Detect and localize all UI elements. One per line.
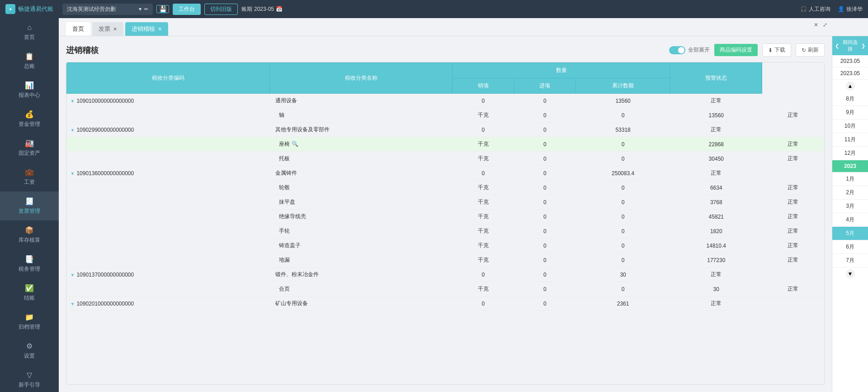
cell-total: 22868 — [670, 137, 762, 152]
cell-unit: 千克 — [453, 224, 514, 239]
table-row[interactable]: 铸造盖子 千克 0 0 14810.4 正常 — [67, 239, 824, 253]
cell-code-empty — [67, 137, 270, 152]
sidebar-item-reports[interactable]: 📊 报表中心 — [0, 76, 59, 105]
tab-bar: 首页 发票 ✕ 进销稽核 ✕ — [59, 18, 868, 36]
sidebar-item-settings[interactable]: ⚙ 设置 — [0, 336, 59, 365]
chevron-right-icon[interactable]: ❯ — [861, 43, 865, 49]
cell-jin: 0 — [576, 282, 670, 296]
tab-invoices-close[interactable]: ✕ — [113, 26, 117, 32]
cell-unit: 千克 — [453, 253, 514, 268]
expand-icon[interactable]: ▼ — [71, 171, 75, 176]
refresh-button[interactable]: ↻ 刷新 — [796, 43, 825, 57]
calendar-icon[interactable]: 📅 — [276, 6, 283, 12]
cell-xiao: 0 — [514, 108, 576, 123]
table-row[interactable]: ▼1090299000000000000 其他专用设备及零部件 0 0 5331… — [67, 123, 824, 137]
refresh-icon: ↻ — [802, 47, 806, 53]
download-button[interactable]: ⬇ 下载 — [762, 43, 791, 57]
save-draft-button[interactable]: 💾 — [156, 5, 169, 13]
expand-icon[interactable]: ▼ — [71, 301, 75, 306]
product-code-settings-button[interactable]: 商品编码设置 — [714, 44, 758, 56]
date-item-9[interactable]: 9月 — [832, 106, 868, 120]
col-header-quantity: 数量 — [453, 63, 670, 78]
sidebar-item-guide[interactable]: ▽ 新手引导 — [0, 365, 59, 392]
expand-toggle[interactable]: 全部展开 — [669, 46, 710, 54]
date-up-button[interactable]: ▲ — [846, 81, 855, 91]
table-row[interactable]: 手轮 千克 0 0 1820 正常 — [67, 224, 824, 239]
search-icon[interactable]: 🔍 — [292, 141, 298, 147]
table-row[interactable]: ▼1090100000000000000 通用设备 0 0 13560 正常 — [67, 94, 824, 108]
company-selector[interactable]: 沈海英测试经营勿删 ▾ ✏ — [62, 4, 153, 15]
sidebar-label-reports: 报表中心 — [19, 91, 40, 99]
date-item-2[interactable]: 2月 — [832, 186, 868, 200]
cell-xiao: 0 — [453, 94, 514, 108]
date-item-1[interactable]: 1月 — [832, 172, 868, 186]
cell-name: 其他专用设备及零部件 — [270, 123, 453, 137]
date-item-8[interactable]: 8月 — [832, 92, 868, 106]
expand-icon[interactable]: ▼ — [71, 128, 75, 133]
table-row[interactable]: ▼1090136000000000000 金属铸件 0 0 250083.4 正… — [67, 166, 824, 181]
date-item-6[interactable]: 6月 — [832, 240, 868, 254]
app-logo: ✦ 畅捷通易代账 — [5, 4, 53, 14]
app-name: 畅捷通易代账 — [18, 5, 53, 13]
date-item-10[interactable]: 10月 — [832, 120, 868, 133]
table-row[interactable]: 绝缘导线壳 千克 0 0 45821 正常 — [67, 210, 824, 224]
expand-icon[interactable]: ▼ — [71, 272, 75, 277]
cell-xiao: 0 — [514, 210, 576, 224]
sidebar-item-home[interactable]: ⌂ 首页 — [0, 18, 59, 47]
cell-status: 正常 — [762, 224, 824, 239]
refresh-label: 刷新 — [808, 46, 819, 54]
user-info[interactable]: 👤 徐泽华 — [838, 5, 863, 13]
chevron-left-icon[interactable]: ❮ — [835, 43, 839, 49]
sidebar-item-settle[interactable]: ✅ 结账 — [0, 278, 59, 307]
date-item-4[interactable]: 4月 — [832, 213, 868, 227]
sidebar-item-ledger[interactable]: 📋 总账 — [0, 47, 59, 76]
date-item-11[interactable]: 11月 — [832, 133, 868, 147]
cell-code-empty — [67, 195, 270, 210]
sidebar-item-invoices[interactable]: 🧾 发票管理 — [0, 191, 59, 220]
table-row[interactable]: 轮毂 千克 0 0 6634 正常 — [67, 181, 824, 195]
date-down-button[interactable]: ▼ — [846, 269, 855, 278]
cell-total: 3768 — [670, 195, 762, 210]
date-item-2023-05-2[interactable]: 2023.05 — [832, 67, 868, 80]
table-row[interactable]: 托板 千克 0 0 30450 正常 — [67, 152, 824, 166]
sidebar-item-inventory[interactable]: 📦 库存核算 — [0, 220, 59, 249]
col-header-code: 税收分类编码 — [67, 63, 270, 94]
table-row[interactable]: ▼1090201000000000000 矿山专用设备 0 0 2361 正常 — [67, 296, 824, 311]
workbench-button[interactable]: 工作台 — [173, 4, 201, 15]
table-row[interactable]: 地漏 千克 0 0 177230 正常 — [67, 253, 824, 268]
cell-code: ▼1090136000000000000 — [67, 166, 270, 181]
date-nav-down[interactable]: ▼ — [832, 268, 868, 280]
sidebar-item-assets[interactable]: 🏭 固定资产 — [0, 134, 59, 163]
cell-total: 2361 — [576, 296, 670, 311]
table-row[interactable]: 抹平盘 千克 0 0 3768 正常 — [67, 195, 824, 210]
service-button[interactable]: 🎧 人工咨询 — [800, 5, 830, 13]
cell-code-empty — [67, 282, 270, 296]
table-row[interactable]: 座椅🔍 千克 0 0 22868 正常 — [67, 137, 824, 152]
date-item-2023-05-1[interactable]: 2023.05 — [832, 55, 868, 67]
date-nav-up[interactable]: ▲ — [832, 80, 868, 92]
tab-home[interactable]: 首页 — [66, 22, 90, 36]
toggle-track[interactable] — [669, 46, 685, 54]
tab-reconcile[interactable]: 进销稽核 ✕ — [125, 22, 168, 36]
date-item-3[interactable]: 3月 — [832, 200, 868, 213]
cell-jin: 0 — [576, 224, 670, 239]
table-row[interactable]: 合页 千克 0 0 30 正常 — [67, 282, 824, 296]
cell-unit: 千克 — [453, 239, 514, 253]
cell-unit: 千克 — [453, 282, 514, 296]
ledger-icon: 📋 — [25, 52, 34, 61]
date-item-7[interactable]: 7月 — [832, 254, 868, 268]
table-container[interactable]: 税收分类编码 税收分类名称 数量 预警状态 销项 进项 累计数额 — [66, 62, 825, 385]
table-row[interactable]: 轴 千克 0 0 13560 正常 — [67, 108, 824, 123]
sidebar-item-tax[interactable]: 📑 税务管理 — [0, 249, 59, 278]
expand-icon[interactable]: ▼ — [71, 99, 75, 104]
sidebar-item-archive[interactable]: 📁 归档管理 — [0, 307, 59, 336]
cell-jin: 0 — [576, 108, 670, 123]
date-item-5[interactable]: 5月 — [832, 227, 868, 240]
date-item-12[interactable]: 12月 — [832, 147, 868, 160]
tab-reconcile-close[interactable]: ✕ — [158, 26, 162, 32]
table-row[interactable]: ▼1090137000000000000 锻件、粉末冶金件 0 0 30 正常 — [67, 268, 824, 282]
tab-invoices[interactable]: 发票 ✕ — [92, 22, 123, 36]
switch-version-button[interactable]: 切到旧版 — [204, 4, 238, 15]
sidebar-item-funds[interactable]: 💰 资金管理 — [0, 105, 59, 134]
sidebar-item-payroll[interactable]: 💼 工资 — [0, 163, 59, 191]
